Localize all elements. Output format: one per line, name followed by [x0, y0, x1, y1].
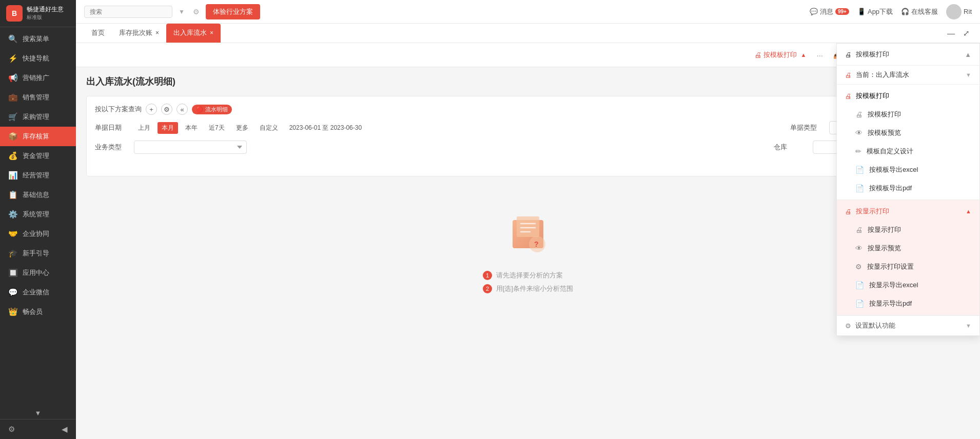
sidebar-item-wechat[interactable]: 💬 企业微信 [0, 283, 76, 302]
date-tab-more[interactable]: 更多 [232, 122, 252, 134]
sidebar-item-purchase[interactable]: 🛒 采购管理 [0, 107, 76, 127]
user-area[interactable]: Rit [946, 4, 972, 19]
filter-collapse-icon[interactable]: « [177, 104, 188, 115]
sidebar-item-operations[interactable]: 📊 经营管理 [0, 166, 76, 185]
dropdown-title: 按模板打印 [856, 50, 889, 59]
template-print-icon: 🖨 [855, 110, 863, 118]
sidebar-item-finance[interactable]: 💰 资金管理 [0, 146, 76, 166]
template-section-label: 按模板打印 [856, 91, 889, 101]
filter-settings-icon[interactable]: ⚙ [161, 104, 172, 115]
tabs-right-actions: — ⤢ [945, 28, 972, 39]
dropdown-print-icon: 🖨 [845, 51, 852, 58]
filter-add-button[interactable]: + [146, 104, 157, 115]
online-service-label: 在线客服 [911, 7, 938, 16]
sidebar-item-base[interactable]: 📋 基础信息 [0, 185, 76, 205]
filter-tag-badge[interactable]: 🔴 流水明细 [192, 105, 232, 114]
topbar-search-input[interactable] [84, 6, 172, 18]
topbar: ▼ ⚙ 体验行业方案 💬 消息 99+ 📱 App下载 🎧 在线客服 Rit [76, 0, 980, 24]
app-download-button[interactable]: 📱 App下载 [857, 7, 893, 16]
tab-flow-close[interactable]: × [210, 29, 213, 36]
sidebar-scroll-down[interactable]: ▼ [0, 407, 76, 419]
topbar-dropdown-icon[interactable]: ▼ [179, 8, 185, 15]
date-tab-7days[interactable]: 近7天 [205, 122, 229, 134]
date-tab-current-year[interactable]: 本年 [181, 122, 202, 134]
print-button[interactable]: 🖨 按模板打印 ▲ [750, 48, 811, 62]
dropdown-display-settings[interactable]: ⚙ 按显示打印设置 [837, 257, 979, 276]
tab-flow[interactable]: 出入库流水 × [166, 24, 221, 43]
industry-solution-button[interactable]: 体验行业方案 [206, 4, 260, 19]
tab-batch[interactable]: 库存批次账 × [112, 24, 166, 43]
filter-business-row: 业务类型 仓库 ··· [95, 141, 961, 154]
sidebar-item-appcenter[interactable]: 🔲 应用中心 [0, 263, 76, 283]
dropdown-footer[interactable]: ⚙ 设置默认功能 ▼ [837, 315, 979, 335]
collapse-button[interactable]: ▲ 收起更多条件 [95, 160, 961, 169]
display-excel-label: 按显示导出excel [869, 281, 918, 290]
print-label: 按模板打印 [763, 50, 797, 59]
dropdown-arrow-icon: ▼ [966, 72, 971, 78]
dropdown-template-header[interactable]: 🖨 按模板打印 [837, 87, 979, 105]
print-icon: 🖨 [754, 51, 761, 59]
dropdown-template-pdf[interactable]: 📄 按模板导出pdf [837, 179, 979, 197]
tab-maximize-button[interactable]: ⤢ [961, 28, 972, 39]
print-dropdown-icon[interactable]: ▲ [801, 52, 807, 58]
operations-icon: 📊 [8, 171, 17, 180]
finance-icon: 💰 [8, 151, 17, 161]
tab-batch-close[interactable]: × [155, 29, 159, 36]
dropdown-current-label: 当前：出入库流水 [856, 70, 909, 79]
date-tab-last-month[interactable]: 上月 [134, 122, 154, 134]
sidebar-item-guide[interactable]: 🎓 新手引导 [0, 244, 76, 263]
svg-rect-1 [517, 216, 539, 237]
base-icon: 📋 [8, 190, 17, 199]
content-wrapper: 🖨 按模板打印 ▲ ··· 📤 导出 🔄 刷新 查询 设置 出入库流水(流水明细… [76, 43, 980, 334]
collapse-icon[interactable]: ◀ [62, 425, 68, 434]
business-type-select[interactable] [134, 141, 247, 154]
sidebar-item-search[interactable]: 🔍 搜索菜单 [0, 29, 76, 49]
dropdown-display-print[interactable]: 🖨 按显示打印 [837, 221, 979, 239]
sidebar-item-inventory[interactable]: 📦 库存核算 [0, 127, 76, 146]
sidebar-item-member[interactable]: 👑 畅会员 [0, 302, 76, 322]
sidebar-item-collab[interactable]: 🤝 企业协同 [0, 224, 76, 244]
app-download-label: App下载 [868, 7, 893, 16]
dropdown-up-icon[interactable]: ▲ [965, 51, 971, 58]
dropdown-template-custom[interactable]: ✏ 模板自定义设计 [837, 142, 979, 161]
dropdown-template-preview[interactable]: 👁 按模板预览 [837, 124, 979, 142]
message-button[interactable]: 💬 消息 99+ [810, 7, 849, 16]
filter-date-row: 单据日期 上月 本月 本年 近7天 更多 自定义 2023-06-01 至 20… [95, 121, 961, 134]
dropdown-template-excel[interactable]: 📄 按模板导出excel [837, 161, 979, 179]
sidebar-item-sales[interactable]: 💼 销售管理 [0, 88, 76, 107]
template-custom-icon: ✏ [855, 147, 861, 155]
tab-home[interactable]: 首页 [84, 24, 112, 43]
dropdown-header: 🖨 按模板打印 ▲ [837, 44, 979, 66]
display-preview-label: 按显示预览 [868, 244, 901, 253]
template-section-icon: 🖨 [845, 92, 852, 100]
topbar-left: ▼ ⚙ 体验行业方案 [84, 4, 810, 19]
topbar-right: 💬 消息 99+ 📱 App下载 🎧 在线客服 Rit [810, 4, 972, 19]
main-area: ▼ ⚙ 体验行业方案 💬 消息 99+ 📱 App下载 🎧 在线客服 Rit [76, 0, 980, 439]
voucher-type-label: 单据类型 [790, 123, 821, 132]
logo-icon: B [6, 5, 23, 22]
template-pdf-label: 按模板导出pdf [869, 184, 912, 193]
filter-header: 按以下方案查询 + ⚙ « 🔴 流水明细 [95, 104, 961, 115]
settings-bottom-icon[interactable]: ⚙ [8, 425, 15, 434]
dropdown-display-excel[interactable]: 📄 按显示导出excel [837, 276, 979, 294]
tab-minimize-button[interactable]: — [945, 28, 957, 39]
sidebar-item-label: 基础信息 [23, 190, 49, 199]
sidebar-item-system[interactable]: ⚙️ 系统管理 [0, 205, 76, 224]
sidebar-item-quicknav[interactable]: ⚡ 快捷导航 [0, 49, 76, 68]
date-tab-custom[interactable]: 自定义 [256, 122, 282, 134]
date-tab-current-month[interactable]: 本月 [158, 122, 178, 134]
dropdown-display-section: 🖨 按显示打印 ▲ 🖨 按显示打印 👁 按显示预览 ⚙ [837, 200, 979, 315]
dropdown-current-item[interactable]: 🖨 当前：出入库流水 ▼ [837, 66, 979, 85]
more-ellipsis[interactable]: ··· [816, 51, 823, 59]
dropdown-display-preview[interactable]: 👁 按显示预览 [837, 239, 979, 257]
template-preview-icon: 👁 [855, 129, 863, 137]
display-section-up-icon[interactable]: ▲ [966, 208, 971, 214]
topbar-settings-icon[interactable]: ⚙ [193, 8, 200, 16]
dropdown-display-pdf[interactable]: 📄 按显示导出pdf [837, 294, 979, 313]
sidebar: B 畅捷通好生意 标准版 🔍 搜索菜单 ⚡ 快捷导航 📢 营销推广 💼 销售管理… [0, 0, 76, 439]
footer-settings-icon: ⚙ [845, 322, 851, 330]
online-service-button[interactable]: 🎧 在线客服 [901, 7, 938, 16]
dropdown-display-header[interactable]: 🖨 按显示打印 ▲ [837, 202, 979, 221]
sidebar-item-marketing[interactable]: 📢 营销推广 [0, 68, 76, 88]
dropdown-template-print[interactable]: 🖨 按模板打印 [837, 105, 979, 124]
